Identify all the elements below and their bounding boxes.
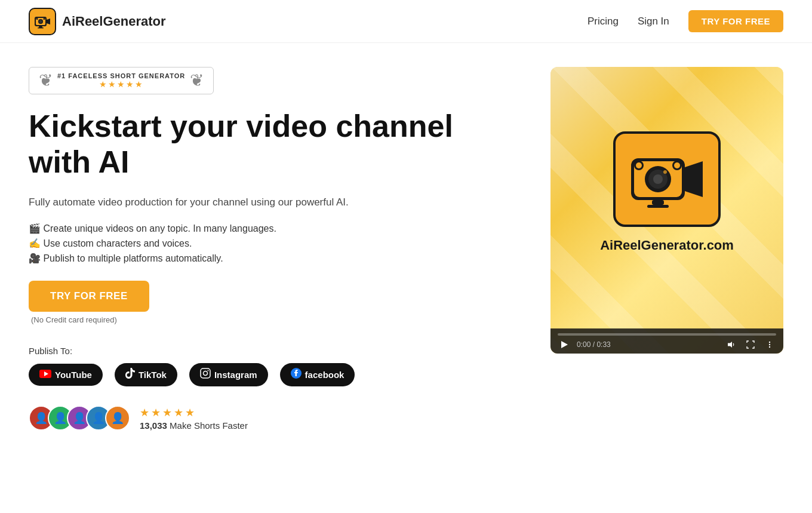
- more-options-button[interactable]: [763, 339, 776, 350]
- badge-inner: #1 FACELESS SHORT GENERATOR ★★★★★: [57, 72, 185, 89]
- video-controls: 0:00 / 0:33: [550, 328, 783, 354]
- svg-point-27: [663, 170, 667, 174]
- headline-line1: Kickstart your video channel: [29, 109, 453, 143]
- logo-icon: [29, 8, 56, 35]
- ctrl-right: [725, 339, 776, 350]
- star-4: ★: [174, 406, 183, 419]
- hero-right: AiReelGenerator.com 0:00 / 0:: [550, 67, 783, 489]
- video-site-name: AiReelGenerator.com: [600, 238, 734, 253]
- svg-point-31: [769, 344, 770, 345]
- instagram-icon: [200, 368, 211, 382]
- platforms-row: YouTube TikTok Instagr: [29, 363, 527, 386]
- cta-wrap: TRY FOR FREE (No Credit card required): [29, 281, 527, 324]
- promo-video[interactable]: AiReelGenerator.com 0:00 / 0:: [550, 67, 783, 354]
- nav-pricing[interactable]: Pricing: [588, 16, 619, 27]
- platform-tiktok[interactable]: TikTok: [115, 363, 177, 386]
- hero-try-free-button[interactable]: TRY FOR FREE: [29, 281, 149, 312]
- ctrl-left: 0:00 / 0:33: [558, 339, 611, 350]
- subtext: Fully automate video production for your…: [29, 195, 351, 210]
- youtube-label: YouTube: [55, 370, 92, 380]
- svg-point-19: [653, 174, 663, 184]
- youtube-icon: [39, 368, 51, 381]
- no-cc-label: (No Credit card required): [31, 315, 527, 324]
- feature-2: ✍️ Use custom characters and voices.: [29, 238, 527, 249]
- star-2: ★: [151, 406, 161, 419]
- social-proof: 👤 👤 👤 👤 👤 ★ ★ ★ ★ ★ 13,033 Make Shorts F…: [29, 406, 527, 431]
- publish-label: Publish To:: [29, 346, 527, 356]
- svg-point-4: [36, 18, 38, 20]
- svg-point-23: [674, 162, 680, 168]
- svg-marker-24: [685, 161, 703, 197]
- nav-signin[interactable]: Sign In: [638, 16, 669, 27]
- play-button[interactable]: [558, 339, 571, 350]
- svg-point-12: [203, 371, 207, 376]
- proof-count: 13,033 Make Shorts Faster: [140, 420, 248, 431]
- star-3: ★: [162, 406, 172, 419]
- headline: Kickstart your video channel with AI: [29, 109, 527, 180]
- facebook-icon: [291, 368, 302, 382]
- logo-text: AiReelGenerator: [62, 14, 166, 29]
- award-badge: ❦ #1 FACELESS SHORT GENERATOR ★★★★★ ❦: [29, 67, 214, 94]
- platform-instagram[interactable]: Instagram: [189, 363, 268, 386]
- avatar-5: 👤: [105, 406, 130, 431]
- feature-3: 🎥 Publish to multiple platforms automati…: [29, 253, 527, 264]
- laurel-right: ❦: [190, 72, 204, 89]
- video-ctrl-row: 0:00 / 0:33: [558, 339, 776, 350]
- svg-marker-28: [561, 341, 568, 348]
- badge-title: #1 FACELESS SHORT GENERATOR: [57, 72, 185, 79]
- svg-rect-25: [652, 200, 664, 205]
- proof-text: ★ ★ ★ ★ ★ 13,033 Make Shorts Faster: [140, 406, 248, 431]
- badge-wrap: ❦ #1 FACELESS SHORT GENERATOR ★★★★★ ❦: [29, 67, 527, 94]
- svg-rect-8: [38, 27, 44, 29]
- avatars: 👤 👤 👤 👤 👤: [29, 406, 130, 431]
- svg-rect-26: [647, 205, 669, 208]
- tiktok-icon: [125, 368, 135, 382]
- svg-point-30: [769, 342, 770, 343]
- tiktok-label: TikTok: [139, 370, 167, 380]
- volume-button[interactable]: [725, 339, 738, 350]
- svg-marker-6: [47, 19, 50, 24]
- features-list: 🎬 Create unique videos on any topic. In …: [29, 223, 527, 264]
- video-logo-icon: [613, 131, 721, 227]
- main-nav: Pricing Sign In TRY FOR FREE: [588, 10, 783, 32]
- laurel-left: ❦: [39, 72, 53, 89]
- video-progress-bar[interactable]: [558, 333, 776, 336]
- header-try-free-button[interactable]: TRY FOR FREE: [688, 10, 783, 32]
- platform-youtube[interactable]: YouTube: [29, 364, 103, 386]
- svg-marker-29: [728, 342, 732, 348]
- svg-point-32: [769, 346, 770, 348]
- star-1: ★: [140, 406, 149, 419]
- badge-stars: ★★★★★: [99, 79, 144, 89]
- fullscreen-button[interactable]: [744, 339, 757, 350]
- instagram-label: Instagram: [214, 370, 257, 380]
- svg-rect-7: [39, 26, 42, 27]
- video-content: AiReelGenerator.com: [588, 107, 746, 313]
- proof-stars: ★ ★ ★ ★ ★: [140, 406, 248, 419]
- svg-point-21: [636, 162, 642, 168]
- hero-left: ❦ #1 FACELESS SHORT GENERATOR ★★★★★ ❦ Ki…: [29, 67, 527, 489]
- svg-point-13: [207, 370, 208, 371]
- headline-line2: with AI: [29, 145, 130, 179]
- logo[interactable]: AiReelGenerator: [29, 8, 166, 35]
- platform-facebook[interactable]: facebook: [280, 363, 355, 386]
- svg-point-3: [39, 20, 42, 23]
- video-time: 0:00 / 0:33: [577, 340, 611, 349]
- svg-point-5: [44, 18, 45, 20]
- feature-1: 🎬 Create unique videos on any topic. In …: [29, 223, 527, 234]
- star-5: ★: [185, 406, 195, 419]
- facebook-label: facebook: [305, 370, 345, 380]
- svg-rect-11: [201, 368, 210, 378]
